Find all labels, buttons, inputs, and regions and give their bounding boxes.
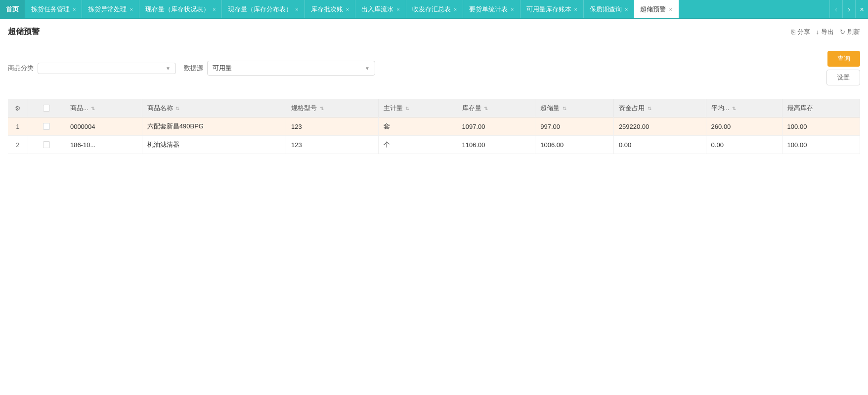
th-checkbox	[28, 99, 65, 118]
datasource-select[interactable]: 可用量 ▼	[207, 61, 375, 76]
nav-item-expiry-check[interactable]: 保质期查询 ×	[584, 0, 634, 19]
row-number: 2	[16, 141, 19, 149]
nav-label: 可用量库存账本	[526, 5, 571, 14]
nav-close-icon[interactable]: ×	[574, 6, 577, 12]
select-all-checkbox[interactable]	[43, 105, 50, 112]
row-checkbox-cell	[28, 118, 65, 136]
sort-icon: ⇅	[563, 106, 566, 111]
nav-close-icon[interactable]: ×	[295, 6, 298, 12]
max-stock: 100.00	[787, 123, 807, 130]
th-overstock-qty[interactable]: 超储量 ⇅	[535, 99, 614, 118]
nav-close-icon[interactable]: ×	[511, 6, 514, 12]
nav-label: 库存批次账	[311, 5, 343, 14]
th-max-stock-label: 最高库存	[787, 104, 813, 112]
th-product-code-label: 商品...	[70, 104, 88, 112]
row-checkbox-cell	[28, 136, 65, 154]
th-avg-price[interactable]: 平均... ⇅	[706, 99, 782, 118]
nav-close-icon[interactable]: ×	[669, 6, 672, 12]
right-buttons: 查询 设置	[826, 51, 860, 85]
column-settings-icon[interactable]: ⚙	[13, 105, 23, 112]
nav-item-abnormal[interactable]: 拣货异常处理 ×	[82, 0, 139, 19]
share-button[interactable]: ⎘ 分享	[791, 28, 810, 37]
product-code: 186-10...	[70, 141, 95, 149]
stock-qty: 1106.00	[462, 141, 485, 149]
th-product-name[interactable]: 商品名称 ⇅	[142, 99, 286, 118]
product-name: 六配套新昌490BPG	[147, 122, 204, 130]
nav-arrow-right[interactable]: ›	[842, 0, 855, 19]
row-checkbox[interactable]	[43, 123, 50, 130]
row-checkbox[interactable]	[43, 141, 50, 148]
th-settings[interactable]: ⚙	[8, 99, 28, 118]
avg-price-cell: 260.00	[706, 118, 782, 136]
nav-item-home[interactable]: 首页	[0, 0, 25, 19]
data-table: ⚙ 商品... ⇅ 商品名称 ⇅	[8, 99, 860, 154]
nav-item-batch-account[interactable]: 库存批次账 ×	[305, 0, 355, 19]
nav-label: 收发存汇总表	[412, 5, 451, 14]
nav-close-icon[interactable]: ×	[130, 6, 132, 12]
capital-usage: 0.00	[619, 141, 631, 149]
stock-qty-cell: 1097.00	[457, 118, 535, 136]
sort-icon: ⇅	[320, 106, 324, 111]
share-icon: ⎘	[791, 28, 795, 36]
stock-qty-cell: 1106.00	[457, 136, 535, 154]
nav-home-label: 首页	[6, 5, 19, 14]
nav-item-collect-summary[interactable]: 收发存汇总表 ×	[406, 0, 463, 19]
filter-area: 商品分类 ▼ 数据源 可用量 ▼ 查询 设置	[8, 45, 860, 91]
sort-icon: ⇅	[648, 106, 651, 111]
sort-icon: ⇅	[405, 106, 409, 111]
nav-item-available-account[interactable]: 可用量库存账本 ×	[521, 0, 584, 19]
nav-close-icon[interactable]: ×	[346, 6, 349, 12]
max-stock-cell: 100.00	[782, 118, 860, 136]
sort-icon: ⇅	[484, 106, 488, 111]
datasource-dropdown-icon: ▼	[365, 66, 370, 71]
export-icon: ↓	[816, 28, 820, 36]
avg-price-cell: 0.00	[706, 136, 782, 154]
nav-label: 拣货任务管理	[31, 5, 70, 14]
export-button[interactable]: ↓ 导出	[816, 28, 834, 37]
sort-icon: ⇅	[732, 106, 736, 111]
capital-usage-cell: 259220.00	[613, 118, 706, 136]
export-label: 导出	[821, 28, 834, 37]
nav-item-inventory-dist[interactable]: 现存量（库存分布表） ×	[222, 0, 304, 19]
nav-arrow-left[interactable]: ‹	[829, 0, 842, 19]
spec-model: 123	[291, 141, 302, 149]
refresh-icon: ↻	[840, 28, 845, 36]
th-stock-qty[interactable]: 库存量 ⇅	[457, 99, 535, 118]
stock-qty: 1097.00	[462, 123, 485, 130]
unit-cell: 个	[378, 136, 457, 154]
nav-close-icon[interactable]: ×	[73, 6, 76, 12]
th-unit[interactable]: 主计量 ⇅	[378, 99, 457, 118]
nav-close-icon[interactable]: ×	[396, 6, 399, 12]
product-category-filter: 商品分类 ▼	[8, 63, 176, 74]
nav-item-task-mgmt[interactable]: 拣货任务管理 ×	[25, 0, 82, 19]
avg-price: 0.00	[711, 141, 724, 149]
sort-icon: ⇅	[91, 106, 95, 111]
refresh-button[interactable]: ↻ 刷新	[840, 28, 860, 37]
nav-close-icon[interactable]: ×	[625, 6, 628, 12]
product-category-select[interactable]: ▼	[38, 63, 176, 74]
spec-model-cell: 123	[286, 136, 379, 154]
nav-item-order-stats[interactable]: 要货单统计表 ×	[463, 0, 520, 19]
product-name-cell: 六配套新昌490BPG	[142, 118, 286, 136]
capital-usage-cell: 0.00	[613, 136, 706, 154]
th-spec-model[interactable]: 规格型号 ⇅	[286, 99, 379, 118]
nav-arrows: ‹ › ×	[829, 0, 868, 19]
nav-item-inventory-status[interactable]: 现存量（库存状况表） ×	[139, 0, 222, 19]
th-stock-qty-label: 库存量	[462, 104, 481, 112]
query-button[interactable]: 查询	[827, 51, 860, 67]
nav-close-icon[interactable]: ×	[454, 6, 457, 12]
settings-button[interactable]: 设置	[826, 70, 860, 85]
nav-item-overstock-warning[interactable]: 超储预警 ×	[634, 0, 678, 19]
share-label: 分享	[797, 28, 810, 37]
datasource-value: 可用量	[213, 64, 232, 73]
nav-close-icon[interactable]: ×	[213, 6, 216, 12]
max-stock-cell: 100.00	[782, 136, 860, 154]
th-capital-usage[interactable]: 资金占用 ⇅	[613, 99, 706, 118]
unit-cell: 套	[378, 118, 457, 136]
nav-label: 超储预警	[640, 5, 666, 14]
nav-item-in-out-flow[interactable]: 出入库流水 ×	[355, 0, 406, 19]
overstock-qty-cell: 997.00	[535, 118, 614, 136]
overstock-qty: 997.00	[540, 123, 560, 130]
nav-arrow-close[interactable]: ×	[855, 0, 868, 19]
th-product-code[interactable]: 商品... ⇅	[65, 99, 142, 118]
